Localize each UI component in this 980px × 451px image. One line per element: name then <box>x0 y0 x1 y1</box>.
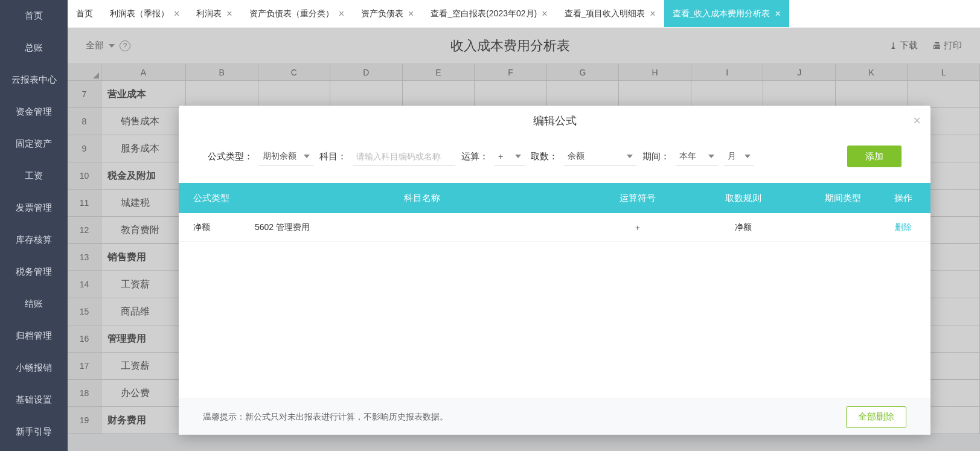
tab-6[interactable]: 查看_项目收入明细表× <box>556 0 664 27</box>
sidebar-item-1[interactable]: 总账 <box>0 32 68 64</box>
th-action: 操作 <box>876 193 930 204</box>
sidebar-item-5[interactable]: 工资 <box>0 160 68 192</box>
tab-0[interactable]: 首页 <box>68 0 101 27</box>
tab-label: 查看_收入成本费用分析表 <box>673 8 770 19</box>
table-header: 公式类型 科目名称 运算符号 取数规则 期间类型 操作 <box>179 183 930 213</box>
td-action: 删除 <box>876 222 930 233</box>
td-operator: + <box>598 223 677 232</box>
modal-footer: 温馨提示：新公式只对未出报表进行计算，不影响历史报表数据。 全部删除 <box>179 398 930 435</box>
th-type: 公式类型 <box>179 193 245 204</box>
label-fetch: 取数： <box>531 151 558 162</box>
input-subject[interactable] <box>353 147 455 166</box>
sidebar-item-3[interactable]: 资金管理 <box>0 96 68 128</box>
select-formula-type[interactable]: 期初余额 <box>259 147 313 166</box>
tab-4[interactable]: 资产负债表× <box>353 0 422 27</box>
tab-label: 资产负债表 <box>361 8 403 19</box>
close-icon[interactable]: × <box>408 8 414 19</box>
tab-7[interactable]: 查看_收入成本费用分析表× <box>664 0 789 27</box>
tab-1[interactable]: 利润表（季报）× <box>101 0 188 27</box>
sidebar-item-0[interactable]: 首页 <box>0 0 68 32</box>
td-subject: 5602 管理费用 <box>245 222 598 233</box>
tab-3[interactable]: 资产负债表（重分类）× <box>241 0 353 27</box>
edit-formula-modal: 编辑公式 × 公式类型： 期初余额 科目： 运算： + 取数： 余额 期间： 本… <box>179 106 930 435</box>
close-icon[interactable]: × <box>650 8 655 19</box>
tab-5[interactable]: 查看_空白报表(2023年02月)× <box>422 0 556 27</box>
modal-header: 编辑公式 × <box>179 106 930 136</box>
label-type: 公式类型： <box>208 151 253 162</box>
select-fetch[interactable]: 余额 <box>564 147 636 166</box>
delete-link[interactable]: 删除 <box>895 222 912 232</box>
chevron-down-icon <box>745 155 751 158</box>
td-rule: 净额 <box>677 222 810 233</box>
formula-row: 净额5602 管理费用+净额删除 <box>179 213 930 242</box>
formula-form: 公式类型： 期初余额 科目： 运算： + 取数： 余额 期间： 本年 月 添加 <box>179 136 930 173</box>
td-type: 净额 <box>179 222 245 233</box>
label-subject: 科目： <box>319 151 347 162</box>
delete-all-button[interactable]: 全部删除 <box>846 406 906 428</box>
tab-label: 利润表（季报） <box>110 8 169 19</box>
add-button[interactable]: 添加 <box>847 146 902 167</box>
chevron-down-icon <box>627 155 633 158</box>
close-icon[interactable]: × <box>913 113 921 129</box>
sidebar-item-4[interactable]: 固定资产 <box>0 128 68 160</box>
sidebar-item-13[interactable]: 新手引导 <box>0 416 68 448</box>
tab-label: 查看_空白报表(2023年02月) <box>431 8 537 19</box>
th-rule: 取数规则 <box>677 193 810 204</box>
close-icon[interactable]: × <box>775 8 780 19</box>
th-period: 期间类型 <box>810 193 876 204</box>
close-icon[interactable]: × <box>174 8 179 19</box>
sidebar: 首页总账云报表中心资金管理固定资产工资发票管理库存核算税务管理结账归档管理小畅报… <box>0 0 68 451</box>
tab-2[interactable]: 利润表× <box>188 0 240 27</box>
select-period-month[interactable]: 月 <box>724 147 754 166</box>
tab-label: 资产负债表（重分类） <box>249 8 334 19</box>
sidebar-item-9[interactable]: 结账 <box>0 288 68 320</box>
tab-label: 利润表 <box>196 8 222 19</box>
th-subject: 科目名称 <box>245 193 598 204</box>
close-icon[interactable]: × <box>339 8 344 19</box>
sidebar-item-8[interactable]: 税务管理 <box>0 256 68 288</box>
sidebar-item-7[interactable]: 库存核算 <box>0 224 68 256</box>
chevron-down-icon <box>708 155 714 158</box>
tab-label: 查看_项目收入明细表 <box>565 8 645 19</box>
select-operator[interactable]: + <box>495 147 525 166</box>
formula-table: 公式类型 科目名称 运算符号 取数规则 期间类型 操作 净额5602 管理费用+… <box>179 183 930 242</box>
select-period-year[interactable]: 本年 <box>676 147 718 166</box>
sidebar-item-11[interactable]: 小畅报销 <box>0 352 68 384</box>
sidebar-item-12[interactable]: 基础设置 <box>0 384 68 416</box>
chevron-down-icon <box>304 155 310 158</box>
tab-bar: 首页利润表（季报）×利润表×资产负债表（重分类）×资产负债表×查看_空白报表(2… <box>68 0 980 28</box>
label-operator: 运算： <box>461 151 488 162</box>
close-icon[interactable]: × <box>542 8 547 19</box>
hint-text: 温馨提示：新公式只对未出报表进行计算，不影响历史报表数据。 <box>203 412 448 423</box>
th-operator: 运算符号 <box>598 193 677 204</box>
chevron-down-icon <box>515 155 521 158</box>
tab-label: 首页 <box>76 8 93 19</box>
sidebar-item-10[interactable]: 归档管理 <box>0 320 68 352</box>
sidebar-item-6[interactable]: 发票管理 <box>0 192 68 224</box>
close-icon[interactable]: × <box>226 8 232 19</box>
modal-title: 编辑公式 <box>533 114 577 128</box>
label-period: 期间： <box>642 151 670 162</box>
sidebar-item-2[interactable]: 云报表中心 <box>0 64 68 96</box>
